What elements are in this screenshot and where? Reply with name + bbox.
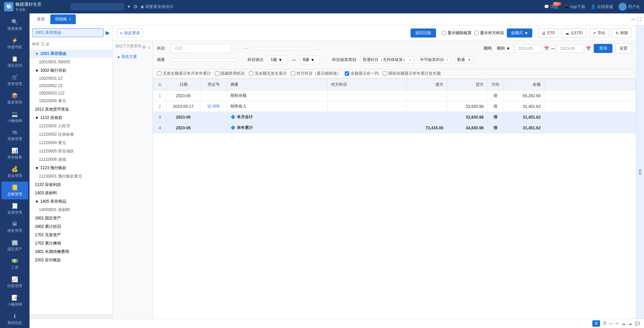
query-btn[interactable]: 查询 xyxy=(594,44,612,53)
online-service-btn[interactable]: 👤 在线客服 xyxy=(591,4,613,10)
tree-item-1601[interactable]: 1601 固定资产 xyxy=(30,214,112,222)
sidebar-item-inventory[interactable]: 📊 库存核算 xyxy=(1,145,28,162)
period-from-input[interactable]: 2023-05 xyxy=(515,45,542,53)
tree-item-10010001[interactable]: 10010001 同同同 xyxy=(30,58,112,66)
bottom-icon-2[interactable]: ↩ xyxy=(609,321,613,326)
level-to-select[interactable]: 6级 ▼ xyxy=(300,55,320,64)
sidebar-item-assets[interactable]: 🏢 固定资产 xyxy=(1,237,28,254)
sidebar-item-search[interactable]: 🔍 搜索菜单 xyxy=(1,16,28,34)
account-nav-arrow[interactable]: ▶ xyxy=(106,29,110,36)
option-show-initial-ytd[interactable]: 期初余额显示本年累计发生额 xyxy=(383,71,441,76)
bottom-icon-6[interactable]: 💬 xyxy=(635,321,640,326)
tree-scrollbar[interactable] xyxy=(30,315,112,319)
sidebar-item-finance[interactable]: 💰 资金管理 xyxy=(1,163,28,181)
option-contra-subject[interactable]: 对方科目（显示辅助项） xyxy=(291,71,341,76)
level-from-select[interactable]: 1级 ▼ xyxy=(268,55,288,64)
app-download-btn[interactable]: 📱 App下载 xyxy=(564,4,585,10)
tag3-close-icon[interactable]: ▼ xyxy=(467,58,471,62)
tree-item-1123[interactable]: ▼ 1123 预付账款 xyxy=(30,164,112,172)
period-to-input[interactable]: 2023-05 xyxy=(557,45,584,53)
sidebar-item-tax[interactable]: 🏛 税务管理 xyxy=(1,218,28,236)
sidebar-item-purchase[interactable]: 🛍 采购管理 xyxy=(1,127,28,144)
summary-input[interactable] xyxy=(171,58,238,62)
sidebar-item-invoice[interactable]: 🧾 发票管理 xyxy=(1,200,28,218)
return-old-version-btn[interactable]: 退回旧版 xyxy=(411,28,436,38)
tree-item-1012[interactable]: 1012 其他货币资金 xyxy=(30,105,112,114)
scheme-collapse-icon[interactable]: ◁ xyxy=(147,45,150,50)
tree-item-11230001[interactable]: 11230001 预付账款黄元 xyxy=(30,172,112,181)
tree-item-1132[interactable]: 1132 应收利息 xyxy=(30,181,112,189)
sidebar-item-quick[interactable]: ⚡ 快捷导航 xyxy=(1,35,28,52)
bottom-icon-1[interactable]: 英 xyxy=(603,321,607,326)
tree-list-icon[interactable]: ☰ xyxy=(41,42,45,47)
sidebar-item-retail[interactable]: 🛒 零售管理 xyxy=(1,71,28,89)
sidebar-item-basic[interactable]: ℹ 基础信息 xyxy=(1,310,28,328)
tree-item-1801[interactable]: 1801 长期待摊费用 xyxy=(30,248,112,256)
collapse-more-btn[interactable]: ∧ 收起更多 xyxy=(117,28,143,38)
sidebar-item-operations[interactable]: 📈 经营管理 xyxy=(1,273,28,291)
bottom-icon-4[interactable]: ☁ xyxy=(622,321,626,326)
tree-item-1405[interactable]: ▼ 1405 库存商品 xyxy=(30,197,112,206)
tree-item-11220002[interactable]: 11220002 往来标签 xyxy=(30,130,112,139)
export-btn[interactable]: ↗ 导出 xyxy=(589,28,609,38)
tag1-close-icon[interactable]: × xyxy=(409,58,411,62)
cloud-print-btn[interactable]: ☁ 云打印 xyxy=(561,28,586,38)
option-hide-disabled[interactable]: 隐藏禁用科目 xyxy=(215,71,245,76)
refresh-btn[interactable]: ↻ 刷新 xyxy=(612,28,632,38)
tree-item-11220004[interactable]: 11220004 黄元 xyxy=(30,139,112,147)
format-dropdown-btn[interactable]: 金额式 ▼ xyxy=(507,28,532,38)
top-search-input[interactable] xyxy=(70,3,124,10)
sidebar-item-ecommerce[interactable]: 💻 小畅电商 xyxy=(1,108,28,126)
tree-item-10020006[interactable]: 10020006 黄元 xyxy=(30,97,112,105)
tree-item-11220006[interactable]: 11220006 游戏 xyxy=(30,155,112,164)
sidebar-item-wholesale[interactable]: 📦 批发管理 xyxy=(1,90,28,108)
tag2-close-icon[interactable]: × xyxy=(446,58,448,62)
tree-item-1702[interactable]: 1702 累计摊销 xyxy=(30,239,112,248)
period-type-select[interactable]: 期间 ▼ xyxy=(494,44,513,53)
tree-item-11220005[interactable]: 11220005 所在地区 xyxy=(30,147,112,155)
option-no-zero-balance[interactable]: 无余额无发生显示 xyxy=(249,71,287,76)
setting-btn[interactable]: 设置 xyxy=(615,44,632,53)
data-table-wrapper[interactable]: ⚙ 日期 凭证号 xyxy=(153,79,636,319)
sidebar-item-project[interactable]: 📋 项目合同 xyxy=(1,53,28,71)
system-scheme-item[interactable]: ● 系统方案 xyxy=(115,53,150,61)
col-settings[interactable]: ⚙ xyxy=(153,79,167,90)
tree-expand-icon[interactable]: ⊞ xyxy=(46,42,49,47)
tree-item-10020002[interactable]: 10020002 23 xyxy=(30,82,112,89)
tab-home[interactable]: 首页 xyxy=(32,14,50,24)
message-btn[interactable]: 💬 消息 99+ xyxy=(544,4,558,10)
tree-item-1001[interactable]: ▼ 1001 库存现金 xyxy=(30,50,112,58)
language-switch-btn[interactable]: 英 xyxy=(592,320,600,327)
tree-item-2202[interactable]: 2202 应付账款 xyxy=(30,256,112,264)
scheme-settings-icon[interactable]: ⚙ xyxy=(142,45,146,50)
print-btn[interactable]: 🖨 打印 xyxy=(538,28,559,38)
subject-input[interactable]: 选择... xyxy=(171,44,231,53)
tree-item-10020001[interactable]: 10020001 12 xyxy=(30,75,112,82)
sidebar-item-salary[interactable]: 💵 工资 xyxy=(1,255,28,273)
user-menu[interactable]: 用户名 xyxy=(619,3,640,11)
tree-item-1602[interactable]: 1602 累计折旧 xyxy=(30,222,112,231)
tree-item-10020003[interactable]: 10020003 122 xyxy=(30,89,112,97)
bottom-icon-3[interactable]: ✏ xyxy=(615,321,619,326)
tab-ledger-detail[interactable]: 明细账 × xyxy=(50,14,76,24)
show-aux-checkbox[interactable]: 显示辅助核算 xyxy=(442,30,472,36)
option-show-balance-one-col[interactable]: 余额显示在一列 xyxy=(345,71,379,76)
selected-account-display[interactable]: 1001 库存现金 xyxy=(32,28,104,37)
tree-item-14050001[interactable]: 14050001 原材料 xyxy=(30,206,112,214)
sidebar-item-xcsales[interactable]: 📝 小畅报销 xyxy=(1,292,28,310)
sidebar-item-ledger[interactable]: 📒 总账管理 xyxy=(1,182,28,199)
settings-icon[interactable]: ⚙ xyxy=(133,4,138,9)
tree-item-1122[interactable]: ▼ 1122 应收款 xyxy=(30,114,112,122)
tab-minimize-icon[interactable]: — xyxy=(631,17,635,22)
voucher-link[interactable]: 记-006 xyxy=(207,104,219,109)
settings-side-panel[interactable]: Eat xyxy=(636,25,644,319)
demo-link[interactable]: ◉ 我要看实例演示 xyxy=(141,4,173,10)
search-dropdown-icon[interactable]: ▼ xyxy=(127,4,131,9)
bottom-icon-5[interactable]: ☁ xyxy=(628,321,632,326)
show-contra-checkbox[interactable]: 显示对方科目 xyxy=(474,30,504,36)
calendar-to-icon[interactable]: 📅 xyxy=(586,46,591,51)
tab-maximize-icon[interactable]: ⛶ xyxy=(637,17,641,22)
tree-item-1002[interactable]: ▼ 1002 银行存款 xyxy=(30,66,112,75)
subject-to-input[interactable] xyxy=(252,47,312,50)
tree-item-1403[interactable]: 1403 原材料 xyxy=(30,189,112,197)
